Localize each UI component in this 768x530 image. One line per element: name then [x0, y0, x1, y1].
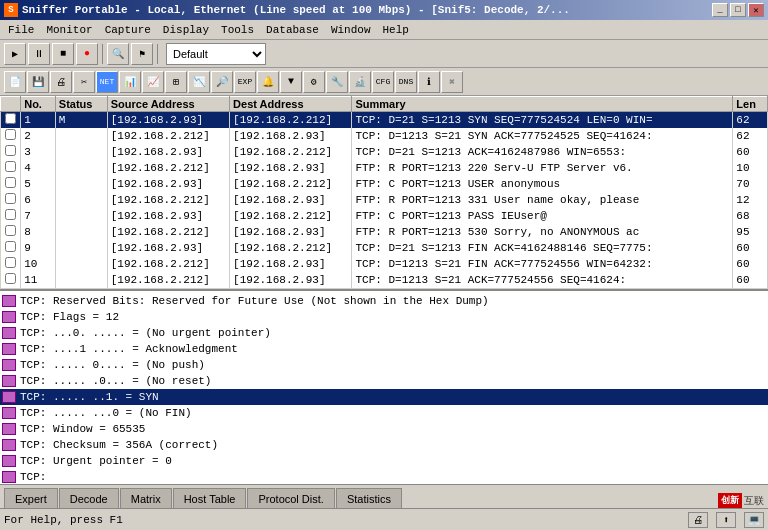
cut-button[interactable]: ✂ — [73, 71, 95, 93]
dns-button[interactable]: DNS — [395, 71, 417, 93]
table-row[interactable]: 7 [192.168.2.93] [192.168.2.212] FTP: C … — [1, 208, 768, 224]
config-button[interactable]: CFG — [372, 71, 394, 93]
table-row[interactable]: 8 [192.168.2.212] [192.168.2.93] FTP: R … — [1, 224, 768, 240]
row-checkbox[interactable] — [1, 256, 21, 272]
close-button[interactable]: ✕ — [748, 3, 764, 17]
row-no: 5 — [21, 176, 56, 192]
title-bar-left: S Sniffer Portable - Local, Ethernet (Li… — [4, 3, 570, 17]
new-button[interactable]: 📄 — [4, 71, 26, 93]
network-button[interactable]: NET — [96, 71, 118, 93]
decode-line[interactable]: TCP: ..... ..1. = SYN — [0, 389, 768, 405]
decode-line[interactable]: TCP: Reserved Bits: Reserved for Future … — [0, 293, 768, 309]
scroll-left-button[interactable]: ◀ — [0, 290, 16, 292]
decode-line[interactable]: TCP: Checksum = 356A (correct) — [0, 437, 768, 453]
decode-line[interactable]: TCP: ..... .0... = (No reset) — [0, 373, 768, 389]
zoom-button[interactable]: 🔬 — [349, 71, 371, 93]
packet-table-wrapper[interactable]: No. Status Source Address Dest Address S… — [0, 96, 768, 289]
table-row[interactable]: 9 [192.168.2.93] [192.168.2.212] TCP: D=… — [1, 240, 768, 256]
menu-file[interactable]: File — [2, 22, 40, 38]
col-header-checkbox — [1, 97, 21, 112]
scroll-right-button[interactable]: ▶ — [752, 290, 768, 292]
menu-monitor[interactable]: Monitor — [40, 22, 98, 38]
table-row[interactable]: 1 M [192.168.2.93] [192.168.2.212] TCP: … — [1, 112, 768, 128]
row-checkbox[interactable] — [1, 176, 21, 192]
decode-line-icon — [2, 455, 16, 467]
menu-window[interactable]: Window — [325, 22, 377, 38]
menu-tools[interactable]: Tools — [215, 22, 260, 38]
row-checkbox[interactable] — [1, 240, 21, 256]
decode-line[interactable]: TCP: — [0, 469, 768, 484]
title-bar-text: Sniffer Portable - Local, Ethernet (Line… — [22, 4, 570, 16]
filter-dropdown[interactable]: Default — [166, 43, 266, 65]
pause-button[interactable]: ⏸ — [28, 43, 50, 65]
expert-button[interactable]: EXP — [234, 71, 256, 93]
delete-button[interactable]: ✖ — [441, 71, 463, 93]
menu-database[interactable]: Database — [260, 22, 325, 38]
tab-protocol-dist[interactable]: Protocol Dist. — [247, 488, 334, 508]
table-row[interactable]: 6 [192.168.2.212] [192.168.2.93] FTP: R … — [1, 192, 768, 208]
flag-button[interactable]: ⚑ — [131, 43, 153, 65]
row-checkbox[interactable] — [1, 144, 21, 160]
decode-line[interactable]: TCP: Window = 65535 — [0, 421, 768, 437]
col-header-len[interactable]: Len — [733, 97, 768, 112]
row-src: [192.168.2.212] — [107, 192, 229, 208]
col-header-dst[interactable]: Dest Address — [230, 97, 352, 112]
row-checkbox[interactable] — [1, 160, 21, 176]
tab-decode[interactable]: Decode — [59, 488, 119, 508]
row-checkbox[interactable] — [1, 192, 21, 208]
alarm-button[interactable]: 🔔 — [257, 71, 279, 93]
menu-display[interactable]: Display — [157, 22, 215, 38]
col-header-status[interactable]: Status — [55, 97, 107, 112]
info-button[interactable]: ℹ — [418, 71, 440, 93]
row-checkbox[interactable] — [1, 224, 21, 240]
packet-table-container: No. Status Source Address Dest Address S… — [0, 96, 768, 291]
table-row[interactable]: 4 [192.168.2.212] [192.168.2.93] FTP: R … — [1, 160, 768, 176]
col-header-summary[interactable]: Summary — [352, 97, 733, 112]
tab-host-table[interactable]: Host Table — [173, 488, 247, 508]
search-button[interactable]: 🔍 — [107, 43, 129, 65]
save-button[interactable]: 💾 — [27, 71, 49, 93]
matrix-button[interactable]: ⊞ — [165, 71, 187, 93]
row-checkbox[interactable] — [1, 112, 21, 128]
decode-line-text: TCP: Reserved Bits: Reserved for Future … — [20, 295, 489, 307]
play-button[interactable]: ▶ — [4, 43, 26, 65]
decode-line[interactable]: TCP: Flags = 12 — [0, 309, 768, 325]
options-button[interactable]: ⚙ — [303, 71, 325, 93]
tab-statistics[interactable]: Statistics — [336, 488, 402, 508]
record-button[interactable]: ● — [76, 43, 98, 65]
dashboard-button[interactable]: 📊 — [119, 71, 141, 93]
menu-help[interactable]: Help — [377, 22, 415, 38]
tools-button[interactable]: 🔧 — [326, 71, 348, 93]
row-checkbox[interactable] — [1, 272, 21, 288]
decode-line[interactable]: TCP: ..... ...0 = (No FIN) — [0, 405, 768, 421]
row-summary: FTP: R PORT=1213 331 User name okay, ple… — [352, 192, 733, 208]
decode-line[interactable]: TCP: ..... 0.... = (No push) — [0, 357, 768, 373]
decode-line[interactable]: TCP: ....1 ..... = Acknowledgment — [0, 341, 768, 357]
stop-button[interactable]: ■ — [52, 43, 74, 65]
decode-area[interactable]: TCP: Reserved Bits: Reserved for Future … — [0, 291, 768, 484]
row-checkbox[interactable] — [1, 128, 21, 144]
table-row[interactable]: 11 [192.168.2.212] [192.168.2.93] TCP: D… — [1, 272, 768, 288]
menu-capture[interactable]: Capture — [99, 22, 157, 38]
col-header-no[interactable]: No. — [21, 97, 56, 112]
scroll-track[interactable] — [16, 290, 752, 291]
graph-button[interactable]: 📈 — [142, 71, 164, 93]
table-row[interactable]: 10 [192.168.2.212] [192.168.2.93] TCP: D… — [1, 256, 768, 272]
table-row[interactable]: 5 [192.168.2.93] [192.168.2.212] FTP: C … — [1, 176, 768, 192]
row-src: [192.168.2.93] — [107, 208, 229, 224]
bar-chart-button[interactable]: 📉 — [188, 71, 210, 93]
table-row[interactable]: 3 [192.168.2.93] [192.168.2.212] TCP: D=… — [1, 144, 768, 160]
minimize-button[interactable]: _ — [712, 3, 728, 17]
decode-btn[interactable]: 🔎 — [211, 71, 233, 93]
print-button[interactable]: 🖨 — [50, 71, 72, 93]
row-checkbox[interactable] — [1, 208, 21, 224]
filter-btn2[interactable]: ▼ — [280, 71, 302, 93]
maximize-button[interactable]: □ — [730, 3, 746, 17]
table-row[interactable]: 2 [192.168.2.212] [192.168.2.93] TCP: D=… — [1, 128, 768, 144]
col-header-src[interactable]: Source Address — [107, 97, 229, 112]
decode-line[interactable]: TCP: Urgent pointer = 0 — [0, 453, 768, 469]
tab-matrix[interactable]: Matrix — [120, 488, 172, 508]
decode-line[interactable]: TCP: ...0. ..... = (No urgent pointer) — [0, 325, 768, 341]
tab-expert[interactable]: Expert — [4, 488, 58, 508]
horizontal-scrollbar[interactable]: ◀ ▶ — [0, 289, 768, 291]
